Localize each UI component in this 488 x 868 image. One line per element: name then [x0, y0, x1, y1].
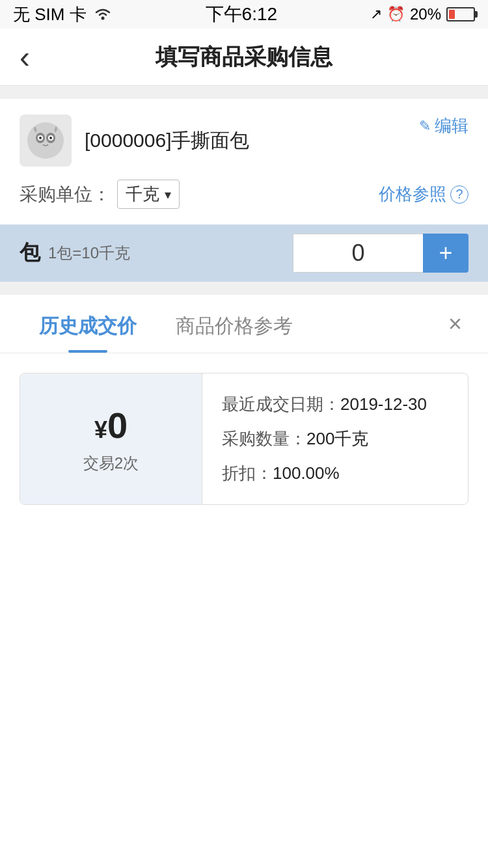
- svg-point-6: [39, 137, 42, 139]
- quantity-input[interactable]: [293, 234, 423, 273]
- product-header: [0000006]手撕面包 ✎ 编辑: [20, 115, 468, 167]
- history-detail-panel: 最近成交日期： 2019-12-30 采购数量： 200千克 折扣： 100.0…: [202, 373, 468, 504]
- page-title: 填写商品采购信息: [156, 42, 332, 72]
- currency-symbol: ¥: [94, 416, 107, 443]
- qty-label: 采购数量：: [222, 427, 306, 450]
- tab-history-price[interactable]: 历史成交价: [20, 295, 156, 353]
- product-card: [0000006]手撕面包 ✎ 编辑 采购单位： 千克 ▾ 价格参照 ?: [0, 99, 488, 224]
- unit-box-label: 包: [20, 239, 40, 267]
- product-unit-row: 采购单位： 千克 ▾ 价格参照 ?: [20, 180, 468, 209]
- detail-date-row: 最近成交日期： 2019-12-30: [222, 393, 448, 416]
- unit-conversion: 1包=10千克: [48, 243, 130, 264]
- price-number: 0: [107, 405, 128, 446]
- discount-label: 折扣：: [222, 462, 273, 485]
- tab-close-button[interactable]: ×: [442, 304, 468, 344]
- carrier-text: 无 SIM 卡: [13, 3, 87, 26]
- status-time: 下午6:12: [206, 2, 278, 27]
- tab-price-ref-label: 商品价格参考: [176, 315, 293, 336]
- quantity-plus-button[interactable]: +: [423, 234, 468, 273]
- alarm-icon: ⏰: [387, 6, 405, 23]
- detail-discount-row: 折扣： 100.00%: [222, 462, 448, 485]
- unit-select[interactable]: 千克 ▾: [117, 180, 180, 209]
- unit-dropdown-arrow: ▾: [165, 187, 171, 202]
- main-content: [0, 524, 488, 868]
- history-price-value: ¥0: [94, 404, 128, 446]
- price-ref-label: 价格参照: [379, 183, 446, 206]
- edit-label: 编辑: [435, 115, 468, 137]
- unit-label: 采购单位：: [20, 182, 111, 207]
- date-label: 最近成交日期：: [222, 393, 340, 416]
- battery-icon: [446, 7, 475, 21]
- detail-qty-row: 采购数量： 200千克: [222, 427, 448, 450]
- qty-value: 200千克: [306, 427, 368, 450]
- wifi-icon: [93, 5, 113, 25]
- history-section: ¥0 交易2次 最近成交日期： 2019-12-30 采购数量： 200千克 折…: [0, 353, 488, 524]
- product-left: [0000006]手撕面包: [20, 115, 249, 167]
- edit-icon: ✎: [419, 118, 431, 135]
- discount-value: 100.00%: [273, 463, 340, 483]
- plus-icon: +: [439, 239, 452, 267]
- back-button[interactable]: ‹: [20, 39, 30, 75]
- svg-point-7: [49, 137, 52, 139]
- price-ref-button[interactable]: 价格参照 ?: [379, 183, 468, 206]
- trades-count: 交易2次: [83, 453, 139, 474]
- svg-point-1: [27, 122, 64, 159]
- battery-percent: 20%: [410, 5, 441, 23]
- price-ref-help-icon: ?: [450, 185, 468, 204]
- unit-value: 千克: [126, 183, 159, 206]
- history-price-panel: ¥0 交易2次: [20, 373, 202, 504]
- tab-history-label: 历史成交价: [39, 315, 137, 336]
- svg-point-0: [101, 16, 104, 20]
- unit-info: 包 1包=10千克: [20, 239, 130, 267]
- nav-bar: ‹ 填写商品采购信息: [0, 29, 488, 86]
- quantity-input-group: +: [293, 234, 468, 273]
- date-value: 2019-12-30: [340, 394, 427, 414]
- status-left: 无 SIM 卡: [13, 3, 113, 26]
- history-card: ¥0 交易2次 最近成交日期： 2019-12-30 采购数量： 200千克 折…: [20, 373, 468, 505]
- product-name: [0000006]手撕面包: [85, 128, 249, 154]
- product-image: [20, 115, 72, 167]
- tab-bar: 历史成交价 商品价格参考 ×: [0, 295, 488, 353]
- edit-button[interactable]: ✎ 编辑: [419, 115, 468, 137]
- status-right: ↗ ⏰ 20%: [370, 5, 475, 23]
- location-icon: ↗: [370, 6, 382, 23]
- quantity-row: 包 1包=10千克 +: [0, 224, 488, 282]
- tab-items: 历史成交价 商品价格参考: [20, 295, 312, 353]
- status-bar: 无 SIM 卡 下午6:12 ↗ ⏰ 20%: [0, 0, 488, 29]
- tab-price-reference[interactable]: 商品价格参考: [156, 295, 312, 353]
